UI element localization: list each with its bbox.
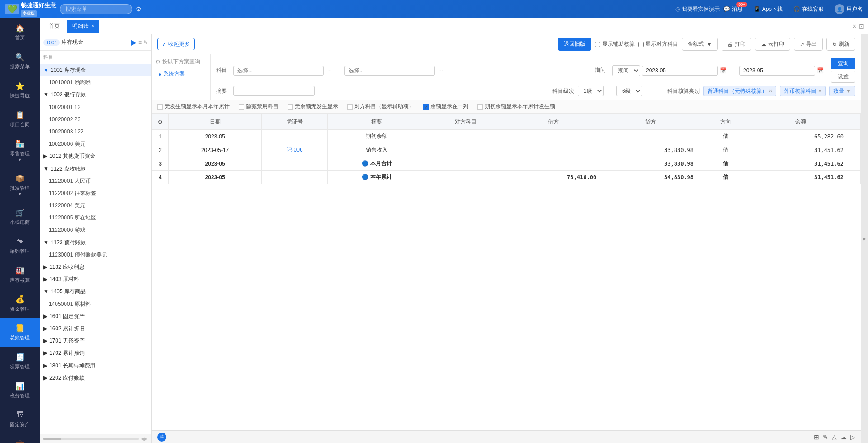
- check-opposite-box[interactable]: [347, 104, 353, 110]
- tree-right-arrow[interactable]: ▶: [144, 436, 148, 441]
- check-no-amount[interactable]: 无发生额显示本月本年累计: [157, 103, 230, 110]
- sidebar-item-salary[interactable]: 💼 工资: [0, 433, 40, 443]
- tree-item-1405[interactable]: ▼ 1405 库存商品: [40, 286, 151, 298]
- sidebar-item-capital[interactable]: 💰 资金管理: [0, 289, 40, 318]
- tree-item-10020006[interactable]: 10020006 美元: [40, 138, 151, 150]
- print-btn[interactable]: 🖨 打印: [722, 38, 751, 51]
- tree-item-10020001[interactable]: 10020001 12: [40, 101, 151, 114]
- tab-home[interactable]: 首页: [43, 20, 65, 33]
- cell-voucher-2[interactable]: 记-006: [262, 143, 328, 157]
- cloud-bottom-icon[interactable]: ☁: [840, 433, 847, 441]
- sidebar-item-purchase[interactable]: 🛍 采购管理: [0, 232, 40, 261]
- demo-link[interactable]: ◎ 我要看实例演示: [675, 5, 720, 13]
- check-no-balance-box[interactable]: [288, 104, 293, 110]
- tree-item-11220001[interactable]: 11220001 人民币: [40, 175, 151, 187]
- show-opposite-check[interactable]: 显示对方科目: [638, 40, 678, 48]
- tree-item-10020003[interactable]: 10020003 122: [40, 126, 151, 138]
- tab-close-btn[interactable]: ×: [91, 24, 94, 29]
- classify-tag-3-close[interactable]: ▼: [846, 88, 851, 94]
- classify-tag-1-close[interactable]: ×: [769, 88, 772, 94]
- check-hide-disabled-box[interactable]: [239, 104, 244, 110]
- tree-item-11220002[interactable]: 11220002 往来标签: [40, 187, 151, 200]
- check-opposite[interactable]: 对方科目（显示辅助项）: [347, 103, 414, 110]
- calendar-from-icon[interactable]: 📅: [720, 67, 726, 74]
- sidebar-item-invoice[interactable]: 🧾 发票管理: [0, 347, 40, 376]
- check-hide-disabled[interactable]: 隐藏禁用科目: [239, 103, 278, 110]
- calendar-to-icon[interactable]: 📅: [817, 67, 824, 74]
- tree-item-10010001[interactable]: 10010001 哟哟哟: [40, 76, 151, 89]
- level-from-select[interactable]: 1级2级3级: [578, 86, 604, 96]
- summary-input[interactable]: [233, 86, 315, 96]
- tree-item-11220004[interactable]: 11220004 美元: [40, 200, 151, 212]
- tree-item-1132[interactable]: ▶ 1132 应收利息: [40, 261, 151, 273]
- sidebar-item-search[interactable]: 🔍 搜索菜单: [0, 47, 40, 76]
- expand-window-btn[interactable]: ⊡: [859, 23, 864, 30]
- user-menu[interactable]: 👤 用户名: [835, 4, 863, 14]
- scheme-item[interactable]: ● 系统方案: [156, 68, 207, 80]
- amount-style-btn[interactable]: 金额式 ▼: [682, 38, 718, 51]
- close-window-btn[interactable]: ×: [853, 23, 856, 30]
- sidebar-item-wholesale[interactable]: 📦 批发管理 ▼: [0, 168, 40, 203]
- grid-icon[interactable]: ⊞: [814, 433, 819, 441]
- sidebar-item-tax[interactable]: 📊 税务管理: [0, 376, 40, 405]
- setting-filter-btn[interactable]: 设置: [831, 71, 855, 83]
- period-type-select[interactable]: 期间 日期: [612, 65, 640, 76]
- sidebar-item-accounting[interactable]: 📒 总账管理: [0, 318, 40, 347]
- online-service-btn[interactable]: 🎧 在线客服: [793, 5, 824, 13]
- tree-item-1601[interactable]: ▶ 1601 固定资产: [40, 310, 151, 323]
- return-old-btn[interactable]: 退回旧版: [558, 38, 591, 51]
- settings-icon[interactable]: ⚙: [136, 5, 142, 13]
- classify-tag-2-close[interactable]: ×: [818, 88, 821, 94]
- tree-item-14050001[interactable]: 14050001 原材料: [40, 298, 151, 310]
- app-download-btn[interactable]: 📱 App下载: [754, 5, 783, 13]
- check-balance-col[interactable]: ✓ 余额显示在一列: [423, 103, 468, 110]
- nav-right-btn[interactable]: ▶: [131, 38, 137, 47]
- translate-btn[interactable]: 英: [157, 433, 166, 442]
- tree-edit-btn[interactable]: ✎: [143, 39, 148, 46]
- check-opening-balance-box[interactable]: [477, 104, 483, 110]
- play-icon[interactable]: ▷: [850, 433, 855, 441]
- tree-item-1403[interactable]: ▶ 1403 原材料: [40, 273, 151, 286]
- sidebar-item-ecommerce[interactable]: 🛒 小畅电商: [0, 203, 40, 232]
- menu-search-input[interactable]: [60, 4, 132, 14]
- check-no-balance[interactable]: 无余额无发生显示: [288, 103, 338, 110]
- query-expand-btn[interactable]: ∧ 收起更多: [157, 38, 195, 50]
- sidebar-item-quicknav[interactable]: ⭐ 快捷导航: [0, 76, 40, 105]
- tree-item-11220005[interactable]: 11220005 所在地区: [40, 212, 151, 224]
- tree-item-1122[interactable]: ▼ 1122 应收账款: [40, 163, 151, 175]
- tree-item-11220006[interactable]: 11220006 游戏: [40, 224, 151, 236]
- export-btn[interactable]: ↗ 导出: [794, 38, 823, 51]
- check-opening-balance[interactable]: 期初余额显示本年累计发生额: [477, 103, 555, 110]
- edit-icon[interactable]: ✎: [823, 433, 828, 441]
- tree-item-10020002[interactable]: 10020002 23: [40, 114, 151, 126]
- right-collapse-btn[interactable]: ▶: [861, 34, 868, 443]
- tree-left-arrow[interactable]: ◀: [141, 436, 144, 441]
- subject-to-input[interactable]: [344, 66, 435, 76]
- tree-item-1702[interactable]: ▶ 1702 累计摊销: [40, 347, 151, 359]
- triangle-icon[interactable]: △: [832, 433, 837, 441]
- sidebar-item-retail[interactable]: 🏪 零售管理 ▼: [0, 133, 40, 168]
- query-btn[interactable]: 查询: [831, 58, 855, 69]
- message-btn[interactable]: 💬 消息 99+: [723, 5, 743, 13]
- tree-item-1012[interactable]: ▶ 1012 其他货币资金: [40, 150, 151, 162]
- tree-item-2202[interactable]: ▶ 2202 应付账款: [40, 372, 151, 384]
- tab-detail[interactable]: 明细账 ×: [67, 20, 99, 33]
- tree-item-1002[interactable]: ▼ 1002 银行存款: [40, 89, 151, 101]
- refresh-btn[interactable]: ↻ 刷新: [826, 38, 855, 51]
- check-no-amount-box[interactable]: [157, 104, 163, 110]
- tree-item-11230001[interactable]: 11230001 预付账款美元: [40, 249, 151, 261]
- show-aux-check[interactable]: 显示辅助核算: [595, 40, 635, 48]
- sidebar-item-home[interactable]: 🏠 首页: [0, 18, 40, 47]
- sidebar-item-assets[interactable]: 🏗 固定资产: [0, 405, 40, 433]
- subject-from-input[interactable]: [233, 66, 324, 76]
- tree-item-1801[interactable]: ▶ 1801 长期待摊费用: [40, 360, 151, 372]
- level-to-select[interactable]: 6级5级4级: [616, 86, 642, 96]
- tree-item-1701[interactable]: ▶ 1701 无形资产: [40, 335, 151, 347]
- tree-item-1602[interactable]: ▶ 1602 累计折旧: [40, 323, 151, 335]
- check-balance-col-box[interactable]: ✓: [423, 104, 429, 110]
- tree-item-1123[interactable]: ▼ 1123 预付账款: [40, 237, 151, 249]
- show-aux-checkbox[interactable]: [595, 42, 600, 47]
- tree-list-btn[interactable]: ≡: [138, 39, 142, 46]
- show-opposite-checkbox[interactable]: [638, 42, 644, 47]
- account-selector[interactable]: 1001 库存现金: [43, 38, 129, 46]
